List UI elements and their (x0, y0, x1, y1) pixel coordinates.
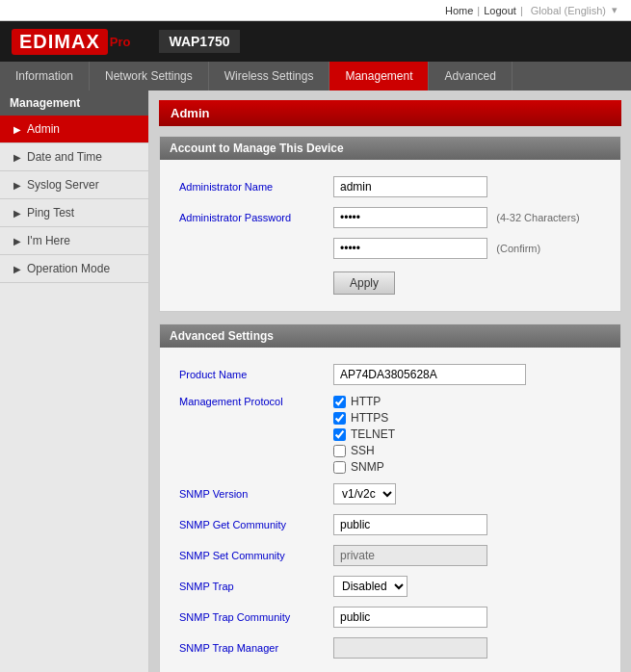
admin-name-row: Administrator Name (171, 171, 609, 202)
product-name-input[interactable] (333, 364, 526, 385)
apply-row-1: Apply (171, 264, 609, 299)
protocol-https[interactable]: HTTPS (333, 411, 601, 425)
snmp-get-row: SNMP Get Community (171, 509, 609, 540)
pass-hint: (4-32 Characters) (496, 212, 579, 223)
device-name: WAP1750 (159, 30, 239, 53)
arrow-icon: ▶ (13, 208, 21, 219)
sidebar-item-imhere[interactable]: ▶ I'm Here (0, 227, 148, 255)
snmp-trap-manager-row: SNMP Trap Manager (171, 633, 609, 663)
mgmt-protocol-row: Management Protocol HTTP HTTPS (171, 390, 609, 478)
advanced-section: Advanced Settings Product Name Managemen… (159, 323, 621, 672)
logo-bar: EDIMAX Pro WAP1750 (0, 21, 631, 62)
snmp-get-input[interactable] (333, 514, 487, 535)
snmp-trap-manager-label: SNMP Trap Manager (171, 633, 326, 663)
snmp-version-select[interactable]: v1/v2c v3 (333, 483, 396, 504)
snmp-set-input[interactable] (333, 545, 487, 566)
logout-link[interactable]: Logout (484, 5, 516, 16)
product-name-row: Product Name (171, 359, 609, 390)
protocol-checkboxes: HTTP HTTPS TELNET SSH (333, 395, 601, 474)
sidebar-item-syslog[interactable]: ▶ Syslog Server (0, 171, 148, 199)
advanced-section-header: Advanced Settings (160, 324, 620, 348)
https-checkbox[interactable] (333, 412, 346, 425)
ssh-checkbox[interactable] (333, 445, 346, 457)
main-nav: Information Network Settings Wireless Se… (0, 62, 631, 90)
language-dropdown-icon[interactable]: ▾ (612, 4, 618, 16)
account-section-body: Administrator Name Administrator Passwor… (160, 160, 620, 311)
protocol-telnet[interactable]: TELNET (333, 427, 601, 441)
snmp-trap-select[interactable]: Disabled Enabled (333, 576, 408, 597)
protocol-ssh[interactable]: SSH (333, 444, 601, 457)
top-bar: Home | Logout | Global (English) ▾ (0, 0, 631, 21)
sidebar-title: Management (0, 90, 148, 116)
http-checkbox[interactable] (333, 396, 346, 408)
snmp-trap-row: SNMP Trap Disabled Enabled (171, 571, 609, 602)
apply-row-2: Apply (171, 663, 609, 672)
admin-confirm-row: (Confirm) (171, 233, 609, 264)
sidebar-item-admin[interactable]: ▶ Admin (0, 116, 148, 143)
logo: EDIMAX Pro (12, 29, 130, 55)
snmp-version-label: SNMP Version (171, 478, 326, 509)
protocol-snmp[interactable]: SNMP (333, 460, 601, 474)
sidebar-item-operation-mode[interactable]: ▶ Operation Mode (0, 255, 148, 283)
nav-network-settings[interactable]: Network Settings (90, 62, 209, 90)
snmp-trap-community-row: SNMP Trap Community (171, 602, 609, 633)
advanced-section-body: Product Name Management Protocol HTTP (160, 348, 620, 672)
sidebar: Management ▶ Admin ▶ Date and Time ▶ Sys… (0, 90, 149, 672)
arrow-icon: ▶ (13, 152, 21, 163)
admin-pass-row: Administrator Password (4-32 Characters) (171, 202, 609, 233)
sidebar-item-date-time[interactable]: ▶ Date and Time (0, 143, 148, 171)
home-link[interactable]: Home (445, 5, 473, 16)
arrow-icon: ▶ (13, 264, 21, 274)
snmp-trap-community-label: SNMP Trap Community (171, 602, 326, 633)
snmp-set-label: SNMP Set Community (171, 540, 326, 571)
nav-management[interactable]: Management (329, 62, 429, 90)
protocol-http[interactable]: HTTP (333, 395, 601, 408)
snmp-trap-label: SNMP Trap (171, 571, 326, 602)
apply-button-1[interactable]: Apply (333, 271, 395, 295)
account-section-header: Account to Manage This Device (160, 137, 620, 160)
telnet-checkbox[interactable] (333, 428, 346, 441)
page-title: Admin (159, 100, 621, 126)
advanced-form-table: Product Name Management Protocol HTTP (171, 359, 609, 672)
account-section: Account to Manage This Device Administra… (159, 136, 621, 312)
admin-pass-label: Administrator Password (171, 202, 326, 233)
nav-information[interactable]: Information (0, 62, 90, 90)
nav-advanced[interactable]: Advanced (429, 62, 512, 90)
snmp-checkbox[interactable] (333, 461, 346, 474)
admin-name-input[interactable] (333, 176, 487, 197)
snmp-get-label: SNMP Get Community (171, 509, 326, 540)
account-form-table: Administrator Name Administrator Passwor… (171, 171, 609, 299)
admin-name-label: Administrator Name (171, 171, 326, 202)
confirm-hint: (Confirm) (496, 243, 540, 254)
arrow-icon: ▶ (13, 124, 21, 135)
product-name-label: Product Name (171, 359, 326, 390)
admin-pass-confirm-input[interactable] (333, 238, 487, 259)
sidebar-item-ping[interactable]: ▶ Ping Test (0, 199, 148, 227)
main-content: Admin Account to Manage This Device Admi… (149, 90, 631, 672)
mgmt-protocol-label: Management Protocol (171, 390, 326, 478)
pro-label: Pro (110, 35, 131, 49)
nav-wireless-settings[interactable]: Wireless Settings (209, 62, 330, 90)
snmp-trap-community-input[interactable] (333, 607, 487, 628)
admin-pass-input[interactable] (333, 207, 487, 228)
content-wrapper: Management ▶ Admin ▶ Date and Time ▶ Sys… (0, 90, 631, 672)
snmp-set-row: SNMP Set Community (171, 540, 609, 571)
snmp-trap-manager-input[interactable] (333, 637, 487, 659)
arrow-icon: ▶ (13, 180, 21, 191)
snmp-version-row: SNMP Version v1/v2c v3 (171, 478, 609, 509)
arrow-icon: ▶ (13, 236, 21, 246)
language-selector[interactable]: Global (English) (531, 5, 606, 16)
